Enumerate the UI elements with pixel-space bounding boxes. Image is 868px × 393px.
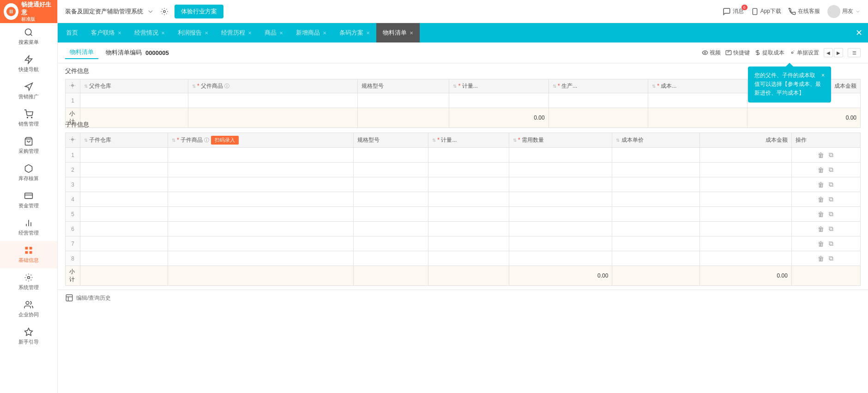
view-action[interactable]: 视频 [702,49,721,57]
child-row-6-goods[interactable] [168,222,354,236]
child-row-5-unit[interactable] [428,207,509,222]
sidebar-item-sales[interactable]: 销售管理 [0,105,57,132]
tooltip-close-btn[interactable]: × [821,71,825,80]
child-row-2-cost-price[interactable] [612,163,700,177]
tab-profit[interactable]: 利润报告 ✕ [171,23,215,42]
copy-icon[interactable]: ⧉ [827,166,835,174]
parent-row-1-goods[interactable] [188,93,357,108]
child-row-3-unit[interactable] [428,177,509,192]
child-row-7-unit[interactable] [428,236,509,251]
child-row-8-quantity[interactable] [509,251,612,266]
delete-icon[interactable]: 🗑 [817,195,825,204]
child-row-6-unit[interactable] [428,222,509,236]
child-row-5-spec[interactable] [354,207,428,222]
child-row-5-quantity[interactable] [509,207,612,222]
sidebar-item-business[interactable]: 经营管理 [0,214,57,241]
child-row-8-cost-price[interactable] [612,251,700,266]
parent-row-1-spec[interactable] [357,93,449,108]
scan-input-btn[interactable]: 扫码录入 [211,136,239,145]
sidebar-item-quick-nav[interactable]: 快捷导航 [0,50,57,78]
child-row-2-spec[interactable] [354,163,428,177]
next-arrow[interactable]: ▶ [834,48,843,57]
child-row-8-warehouse[interactable] [80,251,168,266]
child-row-4-quantity[interactable] [509,192,612,207]
sidebar-item-guide[interactable]: 新手引导 [0,323,57,350]
tab-bom[interactable]: 物料清单 ✕ [376,23,420,42]
child-row-1-quantity[interactable] [509,148,612,163]
message-btn[interactable]: 消息 6 [723,7,744,16]
child-row-5-goods[interactable] [168,207,354,222]
parent-row-1-cost[interactable] [648,93,747,108]
sidebar-item-inventory[interactable]: 库存核算 [0,159,57,187]
child-row-2-goods[interactable] [168,163,354,177]
sidebar-item-basic-info[interactable]: 基础信息 [0,241,57,268]
child-row-1-cost-price[interactable] [612,148,700,163]
child-row-6-warehouse[interactable] [80,222,168,236]
sidebar-item-enterprise[interactable]: 企业协同 [0,296,57,323]
copy-icon[interactable]: ⧉ [827,151,835,159]
parent-row-1-unit[interactable] [449,93,549,108]
child-row-2-warehouse[interactable] [80,163,168,177]
copy-icon[interactable]: ⧉ [827,240,835,248]
copy-icon[interactable]: ⧉ [827,181,835,189]
gear-icon[interactable] [158,5,171,18]
child-row-3-cost-price[interactable] [612,177,700,192]
child-row-1-goods[interactable] [168,148,354,163]
child-row-4-warehouse[interactable] [80,192,168,207]
sidebar-item-finance[interactable]: 资金管理 [0,187,57,214]
tab-operation[interactable]: 经营情况 ✕ [128,23,171,42]
extract-cost-action[interactable]: 提取成本 [754,49,784,57]
tab-goods-close[interactable]: ✕ [279,30,283,36]
child-row-6-spec[interactable] [354,222,428,236]
child-row-3-warehouse[interactable] [80,177,168,192]
tab-barcode-close[interactable]: ✕ [366,30,370,36]
child-row-7-spec[interactable] [354,236,428,251]
child-row-8-goods[interactable] [168,251,354,266]
tab-barcode[interactable]: 条码方案 ✕ [333,23,376,42]
prev-arrow[interactable]: ◀ [824,48,833,57]
tab-history-close[interactable]: ✕ [248,30,252,36]
child-row-7-warehouse[interactable] [80,236,168,251]
copy-icon[interactable]: ⧉ [827,225,835,233]
tab-profit-close[interactable]: ✕ [205,30,208,36]
user-menu[interactable]: 用友 [827,5,861,18]
sidebar-item-system[interactable]: 系统管理 [0,268,57,296]
child-row-2-quantity[interactable] [509,163,612,177]
child-row-7-quantity[interactable] [509,236,612,251]
child-row-6-quantity[interactable] [509,222,612,236]
tab-customer-close[interactable]: ✕ [118,30,121,36]
experience-btn[interactable]: 体验行业方案 [175,5,223,18]
app-download-btn[interactable]: App下载 [751,7,781,15]
sidebar-item-purchase[interactable]: 采购管理 [0,132,57,159]
delete-icon[interactable]: 🗑 [817,210,825,218]
sidebar-item-marketing[interactable]: 营销推广 [0,78,57,105]
single-settings-action[interactable]: 单据设置 [789,49,819,57]
tab-new-goods[interactable]: 新增商品 ✕ [289,23,333,42]
child-row-4-unit[interactable] [428,192,509,207]
child-row-3-goods[interactable] [168,177,354,192]
tab-history[interactable]: 经营历程 ✕ [215,23,258,42]
child-row-3-quantity[interactable] [509,177,612,192]
child-row-8-unit[interactable] [428,251,509,266]
parent-row-1-production[interactable] [549,93,648,108]
close-all-tabs[interactable]: ✕ [852,28,866,38]
parent-row-1-warehouse[interactable] [80,93,188,108]
child-row-1-warehouse[interactable] [80,148,168,163]
delete-icon[interactable]: 🗑 [817,181,825,189]
shortcut-action[interactable]: 快捷键 [725,49,750,57]
tab-customer[interactable]: 客户联络 ✕ [84,23,128,42]
sidebar-item-search[interactable]: 搜索菜单 [0,23,57,50]
copy-icon[interactable]: ⧉ [827,195,835,204]
tab-home[interactable]: 首页 [60,23,84,42]
system-selector[interactable] [147,8,154,15]
delete-icon[interactable]: 🗑 [817,254,825,263]
child-row-5-warehouse[interactable] [80,207,168,222]
tab-operation-close[interactable]: ✕ [161,30,165,36]
tab-bom-close[interactable]: ✕ [410,30,413,36]
child-row-4-spec[interactable] [354,192,428,207]
child-row-1-unit[interactable] [428,148,509,163]
tab-goods[interactable]: 商品 ✕ [258,23,289,42]
tab-new-goods-close[interactable]: ✕ [323,30,326,36]
menu-icon[interactable]: ☰ [848,48,861,57]
child-row-7-goods[interactable] [168,236,354,251]
